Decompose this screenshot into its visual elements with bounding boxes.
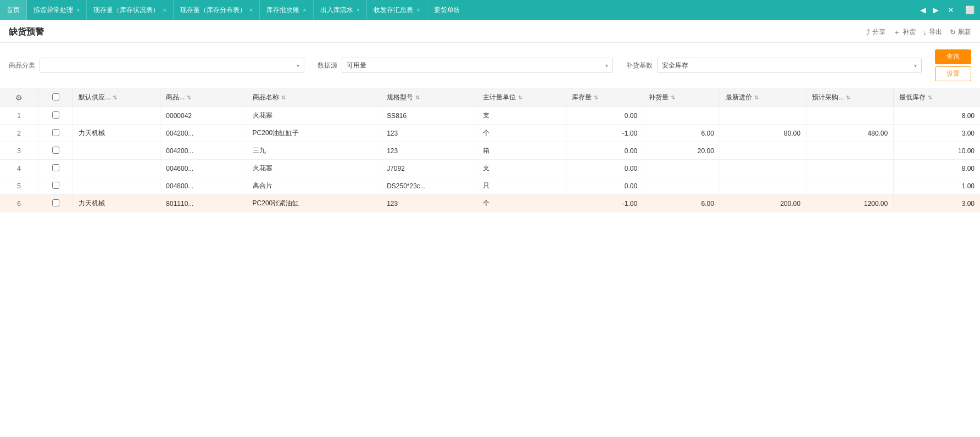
row-code-2: 004200... [160,125,247,142]
row-checkbox-3[interactable] [38,142,73,160]
th-forecast[interactable]: 预计采购... ⇅ [806,88,894,107]
row-unit-1: 支 [477,107,566,125]
row-unit-2: 个 [477,125,566,142]
share-icon: ⤴ [866,28,870,36]
code-sort-icon: ⇅ [187,94,191,100]
row-latest-price-1 [720,107,806,125]
row-num-1: 1 [0,107,38,125]
row-checkbox-2[interactable] [38,125,73,142]
row-checkbox-5[interactable] [38,177,73,195]
tab-close-abnormal[interactable]: × [76,7,80,13]
gear-icon[interactable]: ⚙ [15,93,23,102]
th-checkbox [38,88,73,107]
row-unit-6: 个 [477,195,566,212]
row-latest-price-3 [720,142,806,160]
tab-demand[interactable]: 要货单统计表× [427,0,459,20]
replenish-icon: ＋ [893,27,900,37]
maximize-btn[interactable]: ⬜ [960,0,980,20]
replenish-chevron-icon: ▾ [914,63,917,69]
datasource-chevron-icon: ▾ [605,63,608,69]
category-label: 商品分类 [9,61,35,70]
th-replenish-qty[interactable]: 补货量 ⇅ [643,88,720,107]
export-button[interactable]: ↓ 导出 [923,27,943,37]
stock-sort-icon: ⇅ [594,94,598,100]
tab-next-btn[interactable]: ▶ [929,0,942,20]
replenish-sort-icon: ⇅ [671,94,675,100]
tab-home[interactable]: 首页 [0,0,27,20]
th-spec[interactable]: 规格型号 ⇅ [381,88,477,107]
row-forecast-6: 1200.00 [806,195,894,212]
row-unit-4: 支 [477,160,566,177]
category-select[interactable]: ▾ [40,58,304,73]
th-stock[interactable]: 库存量 ⇅ [566,88,643,107]
row-min-stock-2: 3.00 [894,125,980,142]
row-code-1: 0000042 [160,107,247,125]
refresh-button[interactable]: ↻ 刷新 [950,27,971,37]
tab-stock-status[interactable]: 现存量（库存状况表）× [87,0,173,20]
row-name-3: 三九 [247,142,381,160]
row-num-3: 3 [0,142,38,160]
row-spec-1: SS816 [381,107,477,125]
header-actions: ⤴ 分享 ＋ 补货 ↓ 导出 ↻ 刷新 [866,27,972,37]
row-min-stock-1: 8.00 [894,107,980,125]
select-all-checkbox[interactable] [52,93,59,100]
th-min-stock[interactable]: 最低库存 ⇅ [894,88,980,107]
tab-prev-btn[interactable]: ◀ [917,0,929,20]
th-latest-price[interactable]: 最新进价 ⇅ [720,88,806,107]
row-stock-2: -1.00 [566,125,643,142]
datasource-select[interactable]: 可用量 ▾ [342,58,613,73]
tab-abnormal[interactable]: 拣货异常处理× [27,0,87,20]
th-unit[interactable]: 主计量单位 ⇅ [477,88,566,107]
row-stock-3: 0.00 [566,142,643,160]
row-spec-6: 123 [381,195,477,212]
row-latest-price-4 [720,160,806,177]
table-row: 1 0000042 火花塞 SS816 支 0.00 8.00 [0,107,980,125]
tab-close-stock-status[interactable]: × [163,7,166,13]
share-button[interactable]: ⤴ 分享 [866,27,886,37]
tab-stock-dist[interactable]: 现存量（库存分布表）× [174,0,260,20]
row-spec-3: 123 [381,142,477,160]
tab-inout[interactable]: 出入库流水× [314,0,367,20]
row-forecast-5 [806,177,894,195]
row-code-4: 004600... [160,160,247,177]
row-stock-6: -1.00 [566,195,643,212]
row-min-stock-5: 1.00 [894,177,980,195]
row-checkbox-4[interactable] [38,160,73,177]
row-spec-4: J7092 [381,160,477,177]
page-header: 缺货预警 ⤴ 分享 ＋ 补货 ↓ 导出 ↻ 刷新 [0,20,980,43]
th-name[interactable]: 商品名称 ⇅ [247,88,381,107]
row-name-6: PC200张紧油缸 [247,195,381,212]
row-checkbox-6[interactable] [38,195,73,212]
data-table: ⚙ 默认供应... ⇅ 商品... ⇅ [0,88,980,212]
tab-batch[interactable]: 库存批次账× [260,0,313,20]
row-stock-5: 0.00 [566,177,643,195]
price-sort-icon: ⇅ [754,94,759,100]
row-latest-price-5 [720,177,806,195]
query-button[interactable]: 查询 [935,49,971,64]
replenish-select[interactable]: 安全库存 ▾ [657,58,922,73]
row-replenish-6: 6.00 [643,195,720,212]
window-controls: ✕ ⬜ [942,0,980,20]
tab-receipt[interactable]: 收发存汇总表× [367,0,427,20]
tab-close-inout[interactable]: × [357,7,360,13]
category-chevron-icon: ▾ [297,63,299,69]
tab-close-batch[interactable]: × [303,7,306,13]
table-row: 2 力天机械 004200... PC200油缸缸子 123 个 -1.00 6… [0,125,980,142]
row-replenish-3: 20.00 [643,142,720,160]
row-checkbox-1[interactable] [38,107,73,125]
settings-button[interactable]: 设置 [935,66,971,81]
row-unit-3: 箱 [477,142,566,160]
row-name-5: 离合片 [247,177,381,195]
name-sort-icon: ⇅ [281,94,286,100]
row-forecast-2: 480.00 [806,125,894,142]
tab-close-receipt[interactable]: × [416,7,420,13]
replenish-button[interactable]: ＋ 补货 [893,27,916,37]
filter-area: 商品分类 ▾ 数据源 可用量 ▾ 补货基数 安全库存 ▾ 查询 设置 [0,43,980,88]
close-tab-btn[interactable]: ✕ [942,0,960,20]
tab-close-stock-dist[interactable]: × [249,7,253,13]
row-name-2: PC200油缸缸子 [247,125,381,142]
th-supplier[interactable]: 默认供应... ⇅ [73,88,160,107]
row-forecast-3 [806,142,894,160]
table-row: 5 004800... 离合片 DS250*23c... 只 0.00 1.00 [0,177,980,195]
th-code[interactable]: 商品... ⇅ [160,88,247,107]
